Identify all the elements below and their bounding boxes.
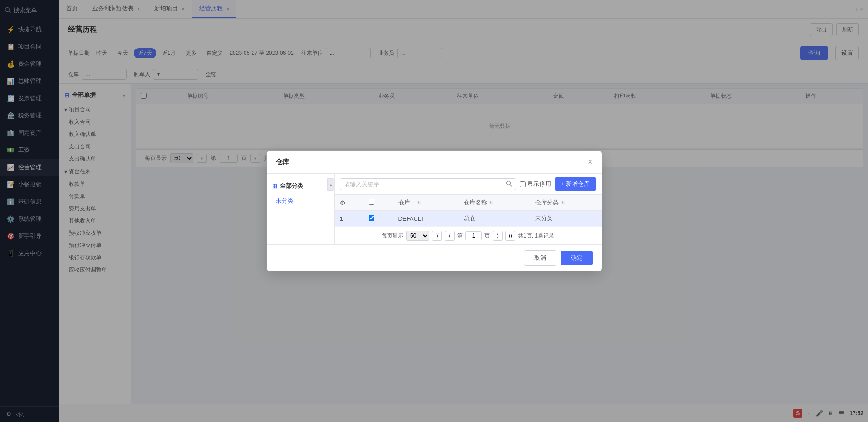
grid-icon-modal: ⊞	[272, 183, 277, 189]
row-name: 总仓	[458, 211, 530, 227]
modal-next-page-btn[interactable]: ⟩	[493, 231, 503, 241]
modal-right-panel: 显示停用 + 新增仓库 ⚙	[335, 174, 602, 244]
modal-total-text: 共1页, 1条记录	[518, 232, 554, 240]
row-checkbox[interactable]	[363, 211, 393, 227]
modal-per-page-select[interactable]: 50 100	[406, 231, 429, 241]
modal-body: ⊞ 全部分类 未分类 «	[267, 174, 602, 244]
modal-table-wrap: ⚙ 仓库... ⇅ 仓库名称 ⇅	[335, 195, 602, 227]
modal-all-cat-label: 全部分类	[280, 182, 303, 190]
show-disabled-text: 显示停用	[528, 180, 551, 188]
modal-col-category[interactable]: 仓库分类 ⇅	[530, 195, 601, 211]
modal-search-box	[340, 178, 517, 190]
modal-last-page-btn[interactable]: ⟩⟩	[505, 231, 515, 241]
add-warehouse-button[interactable]: + 新增仓库	[555, 177, 596, 191]
modal-col-name[interactable]: 仓库名称 ⇅	[458, 195, 530, 211]
modal-header: 仓库 ×	[267, 151, 602, 174]
row-category: 未分类	[530, 211, 601, 227]
modal-toolbar: 显示停用 + 新增仓库	[335, 174, 602, 195]
row-select-checkbox[interactable]	[369, 215, 374, 221]
modal-overlay[interactable]: 仓库 × ⊞ 全部分类 未分类 «	[0, 0, 868, 422]
modal-select-all[interactable]	[369, 199, 374, 205]
row-code: DEFAULT	[393, 211, 458, 227]
modal-pagination: 每页显示 50 100 ⟨⟨ ⟨ 第 页 ⟩ ⟩⟩ 共1页, 1条记录	[335, 227, 602, 244]
modal-search-icon[interactable]	[506, 180, 512, 188]
modal-col-check	[363, 195, 393, 211]
modal-title: 仓库	[276, 158, 289, 166]
modal-warehouse-table: ⚙ 仓库... ⇅ 仓库名称 ⇅	[335, 195, 602, 227]
modal-left-panel: ⊞ 全部分类 未分类 «	[267, 174, 335, 244]
modal-per-page-label: 每页显示	[382, 232, 403, 240]
modal-col-settings: ⚙	[335, 195, 364, 211]
modal-cat-item-uncategorized[interactable]: 未分类	[267, 194, 334, 208]
modal-page-input[interactable]	[465, 231, 482, 240]
modal-page-suffix: 页	[484, 232, 490, 240]
modal-col-code[interactable]: 仓库... ⇅	[393, 195, 458, 211]
modal-all-categories[interactable]: ⊞ 全部分类	[267, 178, 334, 194]
svg-line-3	[510, 184, 512, 186]
modal-cancel-button[interactable]: 取消	[524, 250, 556, 266]
modal-footer: 取消 确定	[267, 244, 602, 271]
warehouse-modal: 仓库 × ⊞ 全部分类 未分类 «	[267, 151, 602, 271]
row-num: 1	[335, 211, 364, 227]
modal-confirm-button[interactable]: 确定	[561, 251, 593, 265]
modal-panel-collapse-btn[interactable]: «	[327, 178, 335, 191]
modal-page-label: 第	[457, 232, 463, 240]
modal-close-button[interactable]: ×	[588, 157, 593, 167]
modal-search-input[interactable]	[344, 181, 504, 188]
modal-table-row[interactable]: 1 DEFAULT 总仓 未分类	[335, 211, 602, 227]
show-disabled-label[interactable]: 显示停用	[520, 180, 551, 188]
modal-prev-page-btn[interactable]: ⟨	[445, 231, 455, 241]
modal-first-page-btn[interactable]: ⟨⟨	[432, 231, 442, 241]
settings-icon[interactable]: ⚙	[340, 199, 345, 206]
show-disabled-checkbox[interactable]	[520, 181, 526, 187]
